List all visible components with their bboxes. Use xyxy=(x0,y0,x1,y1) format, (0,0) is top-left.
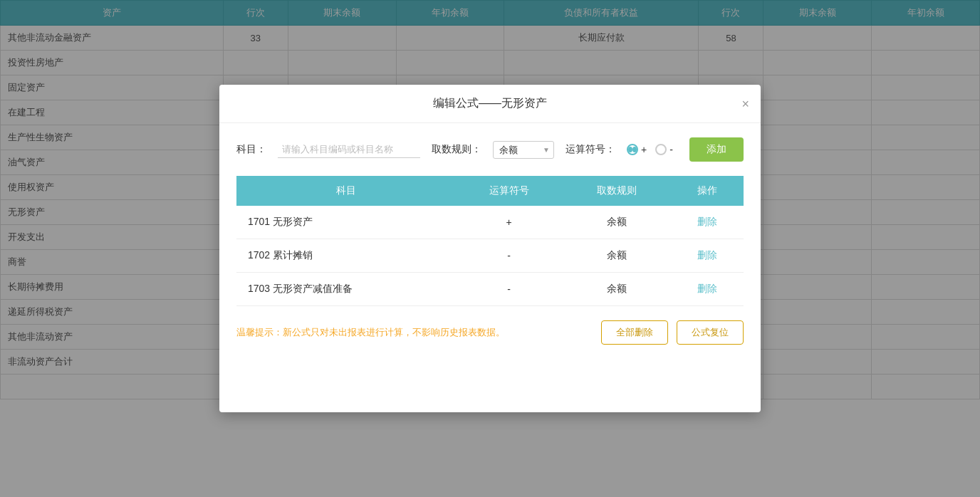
radio-plus-circle xyxy=(627,144,638,155)
modal-table-wrap: 科目 运算符号 取数规则 操作 1701 无形资产 + 余额 删除 1702 累… xyxy=(219,176,761,306)
col-subject: 科目 xyxy=(236,176,455,206)
radio-plus[interactable]: + xyxy=(627,144,647,155)
hint-text: 温馨提示：新公式只对未出报表进行计算，不影响历史报表数据。 xyxy=(236,326,505,339)
cell-action[interactable]: 删除 xyxy=(670,239,744,273)
formula-table: 科目 运算符号 取数规则 操作 1701 无形资产 + 余额 删除 1702 累… xyxy=(236,176,744,306)
cell-rule: 余额 xyxy=(563,273,670,306)
modal-overlay: 编辑公式——无形资产 × 科目： 取数规则： 余额 借方 贷方 期初余额 ▼ 运… xyxy=(0,0,980,497)
reset-formula-button[interactable]: 公式复位 xyxy=(677,320,744,345)
cell-subject: 1701 无形资产 xyxy=(236,206,455,239)
rule-label: 取数规则： xyxy=(432,143,481,156)
cell-subject: 1702 累计摊销 xyxy=(236,239,455,273)
col-operator: 运算符号 xyxy=(455,176,563,206)
rule-select[interactable]: 余额 借方 贷方 期初余额 xyxy=(493,141,554,159)
radio-minus-circle xyxy=(655,144,667,155)
col-rule: 取数规则 xyxy=(563,176,670,206)
cell-action[interactable]: 删除 xyxy=(670,206,744,239)
subject-label: 科目： xyxy=(236,143,266,156)
edit-formula-modal: 编辑公式——无形资产 × 科目： 取数规则： 余额 借方 贷方 期初余额 ▼ 运… xyxy=(219,85,761,412)
cell-rule: 余额 xyxy=(563,206,670,239)
table-row: 1701 无形资产 + 余额 删除 xyxy=(236,206,744,239)
subject-input[interactable] xyxy=(278,141,420,158)
table-row: 1702 累计摊销 - 余额 删除 xyxy=(236,239,744,273)
operator-radio-group: + - xyxy=(627,144,673,155)
modal-footer: 温馨提示：新公式只对未出报表进行计算，不影响历史报表数据。 全部删除 公式复位 xyxy=(219,306,761,350)
add-button[interactable]: 添加 xyxy=(689,137,744,162)
radio-plus-label: + xyxy=(641,144,647,155)
cell-action[interactable]: 删除 xyxy=(670,273,744,306)
cell-operator: - xyxy=(455,239,563,273)
cell-rule: 余额 xyxy=(563,239,670,273)
rule-select-container[interactable]: 余额 借方 贷方 期初余额 ▼ xyxy=(493,141,554,159)
radio-minus-label: - xyxy=(669,144,673,155)
form-row: 科目： 取数规则： 余额 借方 贷方 期初余额 ▼ 运算符号： + xyxy=(219,123,761,176)
col-action: 操作 xyxy=(670,176,744,206)
table-row: 1703 无形资产减值准备 - 余额 删除 xyxy=(236,273,744,306)
operator-label: 运算符号： xyxy=(565,143,615,156)
footer-buttons: 全部删除 公式复位 xyxy=(601,320,744,345)
close-button[interactable]: × xyxy=(741,98,749,110)
cell-operator: - xyxy=(455,273,563,306)
modal-header: 编辑公式——无形资产 × xyxy=(219,85,761,123)
radio-minus[interactable]: - xyxy=(655,144,673,155)
delete-all-button[interactable]: 全部删除 xyxy=(601,320,668,345)
delete-link[interactable]: 删除 xyxy=(697,283,717,294)
cell-operator: + xyxy=(455,206,563,239)
cell-subject: 1703 无形资产减值准备 xyxy=(236,273,455,306)
modal-title: 编辑公式——无形资产 xyxy=(433,97,547,109)
delete-link[interactable]: 删除 xyxy=(697,216,717,227)
delete-link[interactable]: 删除 xyxy=(697,249,717,261)
